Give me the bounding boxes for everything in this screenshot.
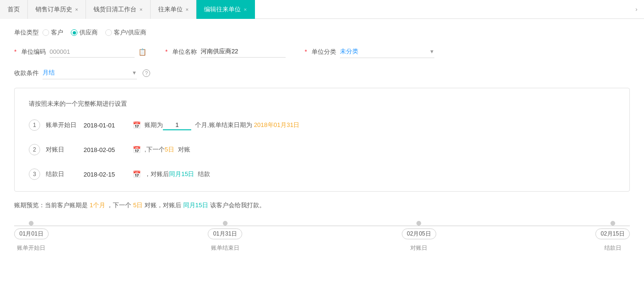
timeline-label-1: 账单结束日 bbox=[211, 244, 239, 252]
step-3-highlight: 同月15日 bbox=[169, 170, 194, 178]
unit-name-label: 单位名称 bbox=[172, 48, 197, 56]
timeline-node-1: 01月31日 账单结束日 bbox=[208, 221, 242, 252]
step-3-row: 3 结款日 2018-02-15 📅 ，对账后 同月15日 结款 bbox=[29, 169, 615, 180]
radio-customer-label: 客户 bbox=[51, 28, 63, 37]
unit-category-arrow-icon: ▼ bbox=[429, 49, 434, 54]
tab-edit-close-icon[interactable]: × bbox=[244, 7, 246, 12]
step-2-label: 对账日 bbox=[46, 145, 84, 154]
tab-cash-close-icon[interactable]: × bbox=[139, 7, 142, 12]
tab-sales-order-history[interactable]: 销售订单历史 × bbox=[28, 0, 86, 19]
step-1-label: 账单开始日 bbox=[46, 121, 84, 129]
step-2-highlight: 5日 bbox=[165, 145, 174, 154]
timeline-node-3: 02月15日 结款日 bbox=[595, 221, 630, 252]
step-1-desc-suffix: 个月,账单结束日期为 bbox=[195, 121, 252, 129]
step-1-row: 1 账单开始日 2018-01-01 📅 账期为 个月,账单结束日期为 2018… bbox=[29, 119, 615, 131]
preview-middle1: ，下一个 bbox=[107, 202, 131, 209]
payment-terms-label: 收款条件 bbox=[14, 69, 39, 77]
preview-period: 1个月 bbox=[90, 202, 105, 209]
step-3-date: 2018-02-15 bbox=[84, 171, 131, 178]
step-2-calendar-icon[interactable]: 📅 bbox=[133, 146, 141, 153]
preview-middle2: 对账，对账后 bbox=[144, 202, 181, 209]
radio-supplier-circle bbox=[71, 29, 77, 36]
step-1-date: 2018-01-01 bbox=[84, 122, 131, 129]
tab-edit-label: 编辑往来单位 bbox=[204, 5, 241, 14]
step-2-num: 2 bbox=[29, 144, 40, 155]
timeline-badge-3: 02月15日 bbox=[595, 228, 630, 239]
payment-terms-help-icon[interactable]: ? bbox=[143, 69, 150, 77]
payment-terms-value: 月结 bbox=[42, 68, 132, 77]
tab-cash-label: 钱货日清工作台 bbox=[93, 5, 136, 14]
step-1-num: 1 bbox=[29, 119, 40, 131]
step-3-calendar-icon[interactable]: 📅 bbox=[133, 170, 141, 178]
step-2-row: 2 对账日 2018-02-05 📅 ,下一个 5日 对账 bbox=[29, 144, 615, 155]
step-2-date: 2018-02-05 bbox=[84, 146, 131, 153]
main-content: 单位类型 客户 供应商 客户/供应商 * 单位编码 bbox=[0, 19, 644, 287]
tab-home[interactable]: 首页 bbox=[0, 0, 28, 19]
timeline-dot-3 bbox=[610, 221, 615, 226]
radio-supplier[interactable]: 供应商 bbox=[71, 28, 98, 37]
step-3-desc-prefix: ，对账后 bbox=[144, 170, 169, 178]
tab-counterparts-close-icon[interactable]: × bbox=[186, 7, 188, 12]
step-1-calendar-icon[interactable]: 📅 bbox=[133, 121, 141, 129]
tab-counterparts[interactable]: 往来单位 × bbox=[151, 0, 196, 19]
unit-category-dropdown[interactable]: 未分类 ▼ bbox=[340, 45, 434, 58]
step-3-desc-suffix: 结款 bbox=[198, 170, 210, 178]
unit-code-star: * bbox=[14, 48, 17, 55]
timeline-node-0: 01月01日 账单开始日 bbox=[14, 221, 49, 252]
preview-row: 账期预览：当前客户账期是 1个月 ，下一个 5日 对账，对账后 同月15日 该客… bbox=[14, 201, 630, 210]
timeline-label-3: 结款日 bbox=[604, 244, 621, 252]
step-1-end-date: 2018年01月31日 bbox=[254, 121, 300, 129]
unit-category-field: * 单位分类 未分类 ▼ bbox=[305, 45, 434, 58]
unit-name-field: * 单位名称 bbox=[165, 46, 286, 58]
radio-customer-circle bbox=[42, 29, 49, 36]
timeline-badge-2: 02月05日 bbox=[402, 228, 436, 239]
radio-both-label: 客户/供应商 bbox=[114, 28, 146, 37]
timeline-label-2: 对账日 bbox=[410, 244, 427, 252]
tab-sales-close-icon[interactable]: × bbox=[75, 7, 78, 12]
radio-customer[interactable]: 客户 bbox=[42, 28, 63, 37]
tab-counterparts-label: 往来单位 bbox=[158, 5, 183, 14]
step-1-period-input[interactable] bbox=[163, 120, 191, 130]
unit-type-row: 单位类型 客户 供应商 客户/供应商 bbox=[14, 28, 630, 37]
payment-terms-row: 收款条件 月结 ▼ ? bbox=[14, 67, 630, 79]
preview-date2: 同月15日 bbox=[183, 202, 208, 209]
payment-terms-dropdown[interactable]: 月结 ▼ bbox=[42, 67, 137, 79]
unit-code-icon[interactable]: 📋 bbox=[138, 48, 146, 56]
tab-cash-goods[interactable]: 钱货日清工作台 × bbox=[86, 0, 150, 19]
timeline-badge-0: 01月01日 bbox=[14, 228, 49, 239]
step-1-desc-prefix: 账期为 bbox=[144, 121, 163, 129]
billing-period-section: 请按照未来的一个完整帐期进行设置 1 账单开始日 2018-01-01 📅 账期… bbox=[14, 88, 630, 192]
radio-supplier-label: 供应商 bbox=[79, 28, 98, 37]
section-title: 请按照未来的一个完整帐期进行设置 bbox=[29, 100, 615, 108]
timeline-dot-1 bbox=[223, 221, 228, 226]
timeline: 01月01日 账单开始日 01月31日 账单结束日 02月05日 对账日 02月… bbox=[14, 221, 630, 252]
unit-type-field: 单位类型 客户 供应商 客户/供应商 bbox=[14, 28, 146, 37]
timeline-node-2: 02月05日 对账日 bbox=[402, 221, 436, 252]
step-3-label: 结款日 bbox=[46, 170, 84, 178]
preview-prefix: 账期预览：当前客户账期是 bbox=[14, 202, 88, 209]
tab-home-label: 首页 bbox=[8, 5, 20, 14]
timeline-dot-0 bbox=[29, 221, 34, 226]
unit-category-star: * bbox=[305, 48, 307, 55]
radio-both-circle bbox=[105, 29, 112, 36]
radio-both[interactable]: 客户/供应商 bbox=[105, 28, 146, 37]
timeline-nodes: 01月01日 账单开始日 01月31日 账单结束日 02月05日 对账日 02月… bbox=[14, 221, 630, 252]
payment-terms-arrow-icon: ▼ bbox=[132, 70, 137, 76]
unit-type-label: 单位类型 bbox=[14, 28, 39, 37]
payment-terms-field: 收款条件 月结 ▼ ? bbox=[14, 67, 150, 79]
unit-info-row: * 单位编码 📋 * 单位名称 * 单位分类 未分类 ▼ bbox=[14, 45, 630, 58]
timeline-label-0: 账单开始日 bbox=[17, 244, 45, 252]
tab-more-button[interactable]: › bbox=[629, 0, 644, 19]
timeline-dot-2 bbox=[416, 221, 421, 226]
timeline-badge-1: 01月31日 bbox=[208, 228, 242, 239]
unit-category-label: 单位分类 bbox=[312, 48, 336, 56]
step-2-desc-suffix: 对账 bbox=[178, 145, 190, 154]
tab-sales-label: 销售订单历史 bbox=[35, 5, 72, 14]
step-3-num: 3 bbox=[29, 169, 40, 180]
tab-edit-counterpart[interactable]: 编辑往来单位 × bbox=[196, 0, 254, 19]
unit-name-input[interactable] bbox=[201, 46, 286, 58]
unit-code-input[interactable] bbox=[50, 46, 135, 58]
preview-date1: 5日 bbox=[133, 202, 143, 209]
unit-type-radio-group: 客户 供应商 客户/供应商 bbox=[42, 28, 146, 37]
preview-suffix: 该客户会给我打款。 bbox=[210, 202, 265, 209]
